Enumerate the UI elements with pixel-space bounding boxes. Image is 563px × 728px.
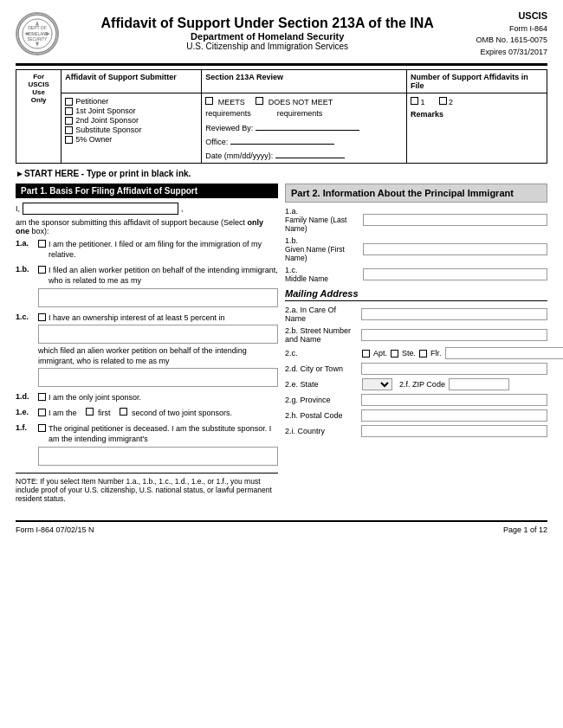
header: DEPT OF HOMELAND SECURITY Affidavit of S… bbox=[16, 9, 547, 66]
meets-checkbox[interactable] bbox=[205, 97, 213, 105]
apt-checkbox[interactable] bbox=[362, 350, 370, 358]
zip-input[interactable] bbox=[449, 378, 509, 390]
first-joint-checkbox[interactable] bbox=[65, 107, 73, 115]
reviewed-by-input[interactable] bbox=[256, 120, 359, 131]
date-input[interactable] bbox=[275, 148, 345, 158]
item-1c-row: 1.c. I have an ownership interest of at … bbox=[16, 312, 278, 389]
substitute-checkbox[interactable] bbox=[65, 126, 73, 134]
apt-number-input[interactable] bbox=[445, 347, 563, 359]
uscis-label: USCIS bbox=[476, 9, 547, 23]
meets-row: MEETS DOES NOT MEET bbox=[205, 96, 403, 106]
part2-section: Part 2. Information About the Principal … bbox=[285, 184, 547, 503]
item-1e-first-checkbox[interactable] bbox=[86, 408, 94, 416]
mailing-address-header: Mailing Address bbox=[285, 288, 547, 301]
footer: Form I-864 07/02/15 N Page 1 of 12 bbox=[16, 520, 547, 534]
city-input[interactable] bbox=[361, 363, 547, 375]
item-1c-checkbox[interactable] bbox=[38, 313, 46, 321]
department-name: Department of Homeland Security bbox=[59, 31, 476, 42]
item-1e-row: 1.e. I am the first second of two joint … bbox=[16, 408, 278, 420]
item-1c-company-input[interactable] bbox=[38, 325, 278, 344]
petitioner-checkbox[interactable] bbox=[65, 98, 73, 106]
form-number: Form I-864 bbox=[476, 23, 547, 35]
start-here-text: ►START HERE - Type or print in black ink… bbox=[16, 169, 547, 178]
sponsor-intro: I, , bbox=[16, 203, 278, 215]
given-name-input[interactable] bbox=[363, 243, 547, 255]
number-2-checkbox[interactable] bbox=[439, 97, 447, 105]
petitioner-option: Petitioner bbox=[65, 97, 197, 106]
item-1f-row: 1.f. The original petitioner is deceased… bbox=[16, 423, 278, 467]
omb-number: OMB No. 1615-0075 bbox=[476, 35, 547, 47]
state-zip-row: 2.e. State 2.f. ZIP Code bbox=[285, 378, 547, 390]
main-content: Part 1. Basis For Filing Affidavit of Su… bbox=[16, 184, 547, 503]
province-input[interactable] bbox=[361, 394, 547, 406]
item-1b-input[interactable] bbox=[38, 288, 278, 307]
in-care-of-row: 2.a. In Care Of Name bbox=[285, 306, 547, 323]
five-percent-option: 5% Owner bbox=[65, 135, 197, 144]
for-uscis-cell: For USCIS Use Only bbox=[16, 70, 61, 164]
page: DEPT OF HOMELAND SECURITY Affidavit of S… bbox=[0, 0, 563, 728]
family-name-row: 1.a. Family Name (Last Name) bbox=[285, 207, 547, 233]
office-input[interactable] bbox=[230, 134, 334, 145]
part1-section: Part 1. Basis For Filing Affidavit of Su… bbox=[16, 184, 278, 503]
province-row: 2.g. Province bbox=[285, 394, 547, 406]
given-name-row: 1.b. Given Name (First Name) bbox=[285, 236, 547, 262]
remarks-label: Remarks bbox=[411, 110, 543, 119]
item-1f-input[interactable] bbox=[38, 447, 278, 466]
does-not-meet-checkbox[interactable] bbox=[256, 97, 263, 105]
number-header-cell: Number of Support Affidavits in File bbox=[407, 70, 547, 93]
number-options-cell: 1 2 Remarks bbox=[407, 93, 547, 164]
city-row: 2.d. City or Town bbox=[285, 363, 547, 375]
second-joint-checkbox[interactable] bbox=[65, 117, 73, 125]
item-1c-relation-input[interactable] bbox=[38, 368, 278, 387]
part1-header: Part 1. Basis For Filing Affidavit of Su… bbox=[16, 184, 278, 198]
item-1b-row: 1.b. I filed an alien worker petition on… bbox=[16, 265, 278, 308]
street-row: 2.b. Street Number and Name bbox=[285, 326, 547, 344]
second-joint-option: 2nd Joint Sponsor bbox=[65, 116, 197, 125]
uscis-logo: DEPT OF HOMELAND SECURITY bbox=[16, 12, 59, 55]
family-name-input[interactable] bbox=[363, 214, 547, 226]
item-1e-second-checkbox[interactable] bbox=[120, 408, 127, 416]
first-joint-option: 1st Joint Sponsor bbox=[65, 106, 197, 115]
country-input[interactable] bbox=[361, 425, 547, 437]
submitter-options-cell: Petitioner 1st Joint Sponsor 2nd Joint S… bbox=[61, 93, 202, 164]
svg-text:DEPT OF: DEPT OF bbox=[28, 25, 47, 30]
middle-name-row: 1.c. Middle Name bbox=[285, 266, 547, 283]
svg-marker-6 bbox=[36, 42, 39, 47]
number-1-checkbox[interactable] bbox=[411, 97, 418, 105]
review-header-cell: Section 213A Review bbox=[202, 70, 407, 93]
ste-checkbox[interactable] bbox=[391, 350, 398, 358]
item-1d-checkbox[interactable] bbox=[38, 393, 46, 401]
in-care-of-input[interactable] bbox=[361, 308, 547, 320]
apt-ste-flr-row: 2.c. Apt. Ste. Flr. bbox=[285, 347, 547, 359]
part2-header: Part 2. Information About the Principal … bbox=[285, 184, 547, 203]
item-1f-checkbox[interactable] bbox=[38, 424, 46, 432]
info-table: For USCIS Use Only Affidavit of Support … bbox=[16, 69, 547, 164]
header-title: Affidavit of Support Under Section 213A … bbox=[59, 16, 476, 51]
postal-code-row: 2.h. Postal Code bbox=[285, 409, 547, 422]
flr-checkbox[interactable] bbox=[419, 350, 427, 358]
submitter-header-cell: Affidavit of Support Submitter bbox=[61, 70, 202, 93]
agency-name: U.S. Citizenship and Immigration Service… bbox=[59, 42, 476, 51]
item-1d-row: 1.d. I am the only joint sponsor. bbox=[16, 392, 278, 404]
note-section: NOTE: If you select Item Number 1.a., 1.… bbox=[16, 473, 278, 503]
main-title: Affidavit of Support Under Section 213A … bbox=[59, 16, 476, 31]
five-percent-checkbox[interactable] bbox=[65, 136, 73, 144]
state-select[interactable] bbox=[362, 378, 392, 390]
substitute-option: Substitute Sponsor bbox=[65, 126, 197, 134]
form-id: Form I-864 07/02/15 N bbox=[16, 525, 94, 534]
review-fields-cell: MEETS DOES NOT MEET requirements require… bbox=[202, 93, 407, 164]
page-number: Page 1 of 12 bbox=[503, 525, 547, 534]
sponsor-name-input[interactable] bbox=[23, 203, 178, 215]
header-right: USCIS Form I-864 OMB No. 1615-0075 Expir… bbox=[476, 9, 547, 58]
svg-text:SECURITY: SECURITY bbox=[28, 37, 48, 42]
item-1b-checkbox[interactable] bbox=[38, 266, 46, 274]
item-1a-row: 1.a. I am the petitioner. I filed or am … bbox=[16, 239, 278, 261]
street-input[interactable] bbox=[361, 329, 547, 341]
item-1a-checkbox[interactable] bbox=[38, 240, 46, 248]
postal-code-input[interactable] bbox=[361, 409, 547, 422]
middle-name-input[interactable] bbox=[363, 268, 547, 280]
expiry-date: Expires 07/31/2017 bbox=[476, 47, 547, 59]
item-1e-checkbox[interactable] bbox=[38, 409, 46, 416]
country-row: 2.i. Country bbox=[285, 425, 547, 437]
